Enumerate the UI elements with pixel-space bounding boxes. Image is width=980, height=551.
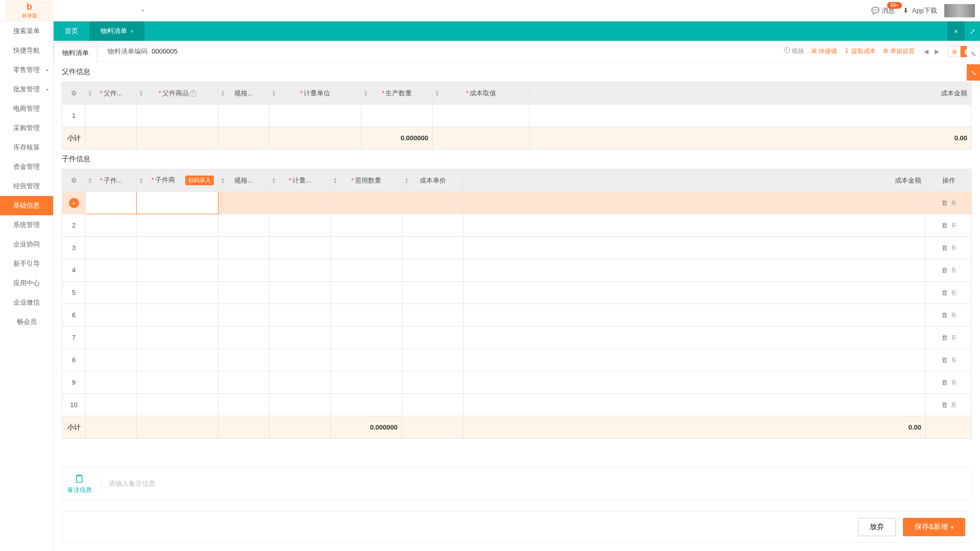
sort-icon[interactable]: ▲▼ [88,177,92,184]
shortcut-link[interactable]: ⌘ 快捷键 [811,47,837,56]
company-selector[interactable]: ▾ [69,6,144,15]
copy-row-icon[interactable]: ⎘ [952,289,956,296]
table-row[interactable]: 10🗑⎘ [62,394,972,416]
sidebar-item-6[interactable]: 库存核算 [0,138,53,157]
avatar[interactable] [944,4,975,17]
col-spec[interactable]: 规格... [234,89,253,97]
sort-icon[interactable]: ▲▼ [220,90,225,97]
delete-row-icon[interactable]: 🗑 [941,311,948,319]
table-row[interactable]: 1 [62,105,972,127]
delete-row-icon[interactable]: 🗑 [941,199,948,207]
gear-icon[interactable]: ⚙ [71,177,77,184]
help-icon[interactable]: ? [190,90,197,97]
table-row[interactable]: 2🗑⎘ [62,214,972,237]
copy-row-icon[interactable]: ⎘ [952,266,956,274]
delete-row-icon[interactable]: 🗑 [941,244,948,252]
extract-cost-link[interactable]: ↧ 提取成本 [844,47,875,56]
sidebar-item-10[interactable]: 系统管理 [0,215,53,235]
download-link[interactable]: ⬇ App下载 [902,6,937,15]
sidebar-item-9[interactable]: 基础信息 [0,196,53,215]
table-row[interactable]: 3🗑⎘ [62,237,972,259]
next-record-button[interactable]: ▶ [933,48,941,55]
delete-row-icon[interactable]: 🗑 [941,289,948,296]
col-child-unit[interactable]: 计量... [292,177,311,184]
sort-icon[interactable]: ▲▼ [139,177,143,184]
sidebar-item-2[interactable]: 零售管理▸ [0,60,53,80]
delete-row-icon[interactable]: 🗑 [941,379,948,386]
save-and-new-button[interactable]: 保存&新增▾ [903,518,965,536]
col-parent-product[interactable]: 父件商品 [162,89,189,97]
sort-icon[interactable]: ▲▼ [139,90,143,97]
col-cost-amt[interactable]: 成本金额 [941,89,967,97]
delete-row-icon[interactable]: 🗑 [941,334,948,341]
col-child-code[interactable]: 子件... [104,177,122,184]
copy-row-icon[interactable]: ⎘ [952,221,956,229]
copy-row-icon[interactable]: ⎘ [952,379,956,386]
sort-icon[interactable]: ▲▼ [363,90,368,97]
fullscreen-icon[interactable]: ⤢ [965,21,980,41]
col-child-amt[interactable]: 成本金额 [895,177,921,184]
table-row[interactable]: 7🗑⎘ [62,327,972,349]
sidebar-item-14[interactable]: 企业微信 [0,293,53,312]
pin-icon[interactable]: ✎ [967,46,980,62]
table-row[interactable]: 8🗑⎘ [62,349,972,371]
close-icon[interactable]: × [130,28,133,34]
add-row-button[interactable]: + [69,198,79,208]
sort-icon[interactable]: ▲▼ [435,90,439,97]
video-link[interactable]: 视频 [784,47,804,56]
col-cost-src[interactable]: 成本取值 [470,89,496,97]
delete-row-icon[interactable]: 🗑 [941,266,948,274]
remarks-input[interactable] [101,474,966,492]
sidebar-item-1[interactable]: 快捷导航 [0,41,53,60]
copy-row-icon[interactable]: ⎘ [952,334,956,341]
sort-icon[interactable]: ▲▼ [220,177,225,184]
doc-settings-link[interactable]: ⚙ 单据设置 [883,47,915,56]
sort-icon[interactable]: ▲▼ [272,177,276,184]
gear-icon[interactable]: ⚙ [71,89,77,97]
sort-icon[interactable]: ▲▼ [272,90,276,97]
copy-row-icon[interactable]: ⎘ [952,311,956,319]
table-row[interactable]: 5🗑⎘ [62,282,972,304]
sidebar-item-4[interactable]: 电商管理 [0,99,53,118]
sidebar-item-7[interactable]: 资金管理 [0,157,53,177]
table-row[interactable]: 9🗑⎘ [62,371,972,394]
sidebar-item-5[interactable]: 采购管理 [0,118,53,138]
expand-icon[interactable]: ⤡ [967,64,980,81]
sort-icon[interactable]: ▲▼ [333,177,337,184]
delete-row-icon[interactable]: 🗑 [941,356,948,364]
breadcrumb[interactable]: 物料清单 [54,42,97,63]
sort-icon[interactable]: ▲▼ [88,90,92,97]
sidebar-item-8[interactable]: 经营管理 [0,177,53,196]
col-child-spec[interactable]: 规格... [234,177,253,184]
col-unit[interactable]: 计量单位 [304,89,330,97]
cancel-button[interactable]: 放弃 [858,518,896,536]
sidebar-item-0[interactable]: 搜索菜单 [0,21,53,41]
col-parent-code[interactable]: 父件... [104,89,122,97]
copy-row-icon[interactable]: ⎘ [952,244,956,252]
table-row[interactable]: 6🗑⎘ [62,304,972,327]
table-row[interactable]: 4🗑⎘ [62,259,972,282]
delete-row-icon[interactable]: 🗑 [941,221,948,229]
scan-input-tag[interactable]: 扫码录入 [185,176,214,185]
col-child-product[interactable]: 子件商 [155,176,175,184]
col-child-price[interactable]: 成本单价 [420,177,446,184]
sort-icon[interactable]: ▲▼ [404,177,409,184]
sidebar-item-11[interactable]: 企业协同 [0,235,53,254]
sidebar-item-3[interactable]: 批发管理▸ [0,80,53,99]
sidebar-item-15[interactable]: 畅会员 [0,312,53,332]
prev-record-button[interactable]: ◀ [922,48,930,55]
copy-row-icon[interactable]: ⎘ [952,401,956,409]
tab-home[interactable]: 首页 [54,21,89,41]
copy-row-icon[interactable]: ⎘ [952,199,956,207]
col-qty[interactable]: 生产数量 [385,89,412,97]
tab-bom[interactable]: 物料清单× [89,21,144,41]
sidebar-item-12[interactable]: 新手引导 [0,254,53,273]
close-all-tabs-button[interactable]: × [947,21,965,41]
delete-row-icon[interactable]: 🗑 [941,401,948,409]
copy-row-icon[interactable]: ⎘ [952,356,956,364]
col-child-qty[interactable]: 需用数量 [355,177,381,184]
view-list-button[interactable]: ≣ [948,46,961,57]
messages-link[interactable]: 💬 消息 99+ [871,6,895,15]
sidebar-item-13[interactable]: 应用中心 [0,273,53,293]
table-row[interactable]: +🗑⎘ [62,192,972,214]
